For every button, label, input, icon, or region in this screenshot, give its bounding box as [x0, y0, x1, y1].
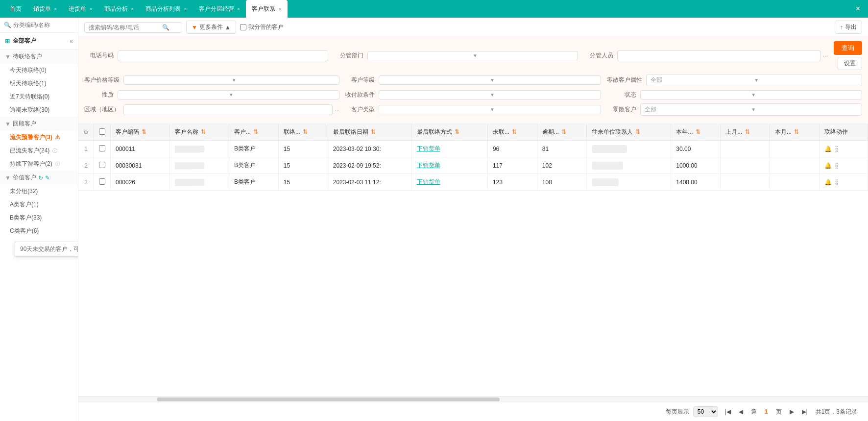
close-all-button[interactable]: ×: [852, 4, 864, 13]
sidebar-item-unclassified[interactable]: 未分组(32): [0, 185, 78, 198]
action-contact-icon[interactable]: 🔔: [824, 179, 832, 186]
tab-customer-tier[interactable]: 客户分层经营 ×: [193, 0, 246, 18]
sidebar-item-c-class[interactable]: C类客户(6): [0, 224, 78, 238]
sidebar-item-churn-warning[interactable]: 流失预警客户(3) ⚠: [0, 131, 78, 144]
sidebar-search-input[interactable]: [13, 22, 78, 28]
sort-icon-this-month: ⇅: [794, 128, 799, 135]
region-input[interactable]: [123, 104, 333, 115]
row-checkbox[interactable]: [99, 178, 105, 185]
action-contact-icon[interactable]: 🔔: [824, 146, 832, 152]
customer-type-select[interactable]: ▼: [379, 105, 601, 114]
sidebar-section-value[interactable]: ▼ 价值客户 ↻ ✎: [0, 171, 78, 185]
col-not-contacted-header[interactable]: 未联... ⇅: [487, 124, 537, 141]
col-settings-header[interactable]: ⚙: [78, 124, 94, 141]
person-more-icon[interactable]: ···: [823, 52, 828, 59]
col-this-month-header[interactable]: 本月... ⇅: [770, 124, 820, 141]
tab-close-product-analysis[interactable]: ×: [131, 6, 134, 12]
sidebar-section-review[interactable]: ▼ 回顾客户: [0, 117, 78, 131]
person-input[interactable]: [617, 50, 821, 61]
payment-select[interactable]: ▼: [379, 90, 601, 99]
scrollbar-thumb[interactable]: [157, 397, 500, 401]
col-last-month-header[interactable]: 上月... ⇅: [721, 124, 770, 141]
action-more-icon[interactable]: ⣿: [835, 162, 839, 169]
nature-select[interactable]: ▼: [118, 90, 339, 99]
col-overdue-header[interactable]: 逾期... ⇅: [537, 124, 586, 141]
sidebar-item-today[interactable]: 今天待联络(0): [0, 64, 78, 77]
sidebar-item-tomorrow[interactable]: 明天待联络(1): [0, 77, 78, 90]
tab-sales[interactable]: 销货单 ×: [27, 0, 63, 18]
tab-customer-contact[interactable]: 客户联系 ×: [246, 0, 287, 18]
row-last-method-link[interactable]: 下销货单: [417, 178, 440, 185]
query-button[interactable]: 查询: [834, 41, 862, 55]
filter-actions: 查询 设置: [834, 41, 862, 70]
tab-close-sales[interactable]: ×: [54, 6, 57, 12]
tab-close-purchase[interactable]: ×: [89, 6, 92, 12]
tab-product-analysis[interactable]: 商品分析 ×: [98, 0, 140, 18]
tab-purchase[interactable]: 进货单 ×: [63, 0, 98, 18]
sidebar-item-churned[interactable]: 已流失客户(24) ⓘ: [0, 144, 78, 157]
row-checkbox[interactable]: [99, 145, 105, 151]
action-contact-icon[interactable]: 🔔: [824, 162, 832, 169]
next-page-btn[interactable]: ▶: [787, 407, 797, 416]
export-button[interactable]: ↑ 导出: [835, 21, 862, 34]
first-page-btn[interactable]: |◀: [722, 407, 734, 416]
col-checkbox-header[interactable]: [94, 124, 111, 141]
last-page-btn[interactable]: ▶|: [799, 407, 811, 416]
my-customers-checkbox[interactable]: [240, 24, 246, 30]
sidebar-item-overdue[interactable]: 逾期未联络(30): [0, 103, 78, 117]
row-checkbox[interactable]: [99, 162, 105, 168]
price-level-select[interactable]: ▼: [123, 75, 339, 85]
zero-customer-select[interactable]: 全部 ▼: [640, 103, 862, 116]
row-last-method-link[interactable]: 下销货单: [417, 145, 440, 152]
tab-home[interactable]: 首页: [4, 0, 27, 18]
row-checkbox-cell[interactable]: [94, 157, 111, 174]
page-size-select[interactable]: 50 100: [693, 406, 718, 417]
edit-icon[interactable]: ✎: [45, 174, 50, 181]
gear-icon[interactable]: ⚙: [83, 129, 89, 136]
col-customer-code-header[interactable]: 客户编码 ⇅: [111, 124, 170, 141]
search-input[interactable]: [89, 24, 162, 31]
sidebar-collapse-btn[interactable]: «: [70, 38, 73, 45]
region-more-icon[interactable]: ···: [335, 106, 339, 113]
my-customers-checkbox-label[interactable]: 我分管的客户: [240, 23, 284, 31]
sidebar-item-b-class[interactable]: B类客户(33): [0, 211, 78, 224]
sidebar-item-7days[interactable]: 近7天待联络(0): [0, 90, 78, 103]
tab-close-product-list[interactable]: ×: [184, 6, 187, 12]
col-this-year-header[interactable]: 本年... ⇅: [671, 124, 721, 141]
col-customer-type-header[interactable]: 客户... ⇅: [229, 124, 278, 141]
export-icon: ↑: [840, 24, 843, 31]
row-checkbox-cell[interactable]: [94, 174, 111, 191]
row-last-method: 下销货单: [411, 174, 487, 191]
row-checkbox-cell[interactable]: [94, 141, 111, 157]
tab-product-list[interactable]: 商品分析列表 ×: [140, 0, 193, 18]
refresh-icon[interactable]: ↻: [38, 174, 43, 181]
content-area: 🔍 ▼ 更多条件 ▲ 我分管的客户 ↑ 导出 电话号码: [78, 18, 868, 421]
dept-select[interactable]: ▼: [367, 51, 578, 60]
sidebar-root[interactable]: ⊞ 全部客户 «: [0, 33, 78, 50]
col-last-method-header[interactable]: 最后联络方式 ⇅: [411, 124, 487, 141]
tab-close-customer-contact[interactable]: ×: [278, 6, 281, 12]
prev-page-btn[interactable]: ◀: [736, 407, 746, 416]
tab-close-customer-tier[interactable]: ×: [237, 6, 240, 12]
status-select[interactable]: ▼: [640, 90, 862, 99]
col-contact-header[interactable]: 联络... ⇅: [278, 124, 328, 141]
col-contact-person-header[interactable]: 往来单位联系人 ⇅: [586, 124, 671, 141]
sidebar-section-pending[interactable]: ▼ 待联络客户: [0, 50, 78, 64]
phone-input[interactable]: [118, 50, 328, 61]
customer-level-select[interactable]: ▼: [379, 75, 601, 85]
zero-attr-select[interactable]: 全部 ▼: [646, 74, 862, 86]
select-all-checkbox[interactable]: [99, 128, 105, 135]
sidebar-item-a-class[interactable]: A类客户(1): [0, 198, 78, 211]
sort-icon-last-month: ⇅: [745, 128, 750, 135]
col-last-date-header[interactable]: 最后联络日期 ⇅: [328, 124, 411, 141]
horizontal-scrollbar[interactable]: [78, 396, 868, 402]
settings-button[interactable]: 设置: [838, 57, 862, 70]
row-last-method-link[interactable]: 下销货单: [417, 162, 440, 169]
more-conditions-btn[interactable]: ▼ 更多条件 ▲: [186, 21, 236, 34]
page-label-text: 第: [748, 407, 760, 417]
sidebar-item-declining[interactable]: 持续下滑客户(2) ⓘ: [0, 157, 78, 171]
action-more-icon[interactable]: ⣿: [835, 146, 839, 152]
action-more-icon[interactable]: ⣿: [835, 179, 839, 186]
col-customer-name-header[interactable]: 客户名称 ⇅: [169, 124, 229, 141]
search-icon[interactable]: 🔍: [162, 24, 169, 31]
